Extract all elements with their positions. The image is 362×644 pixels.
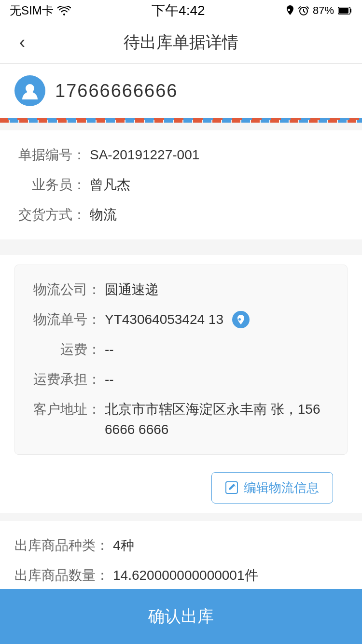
avatar [14,75,45,106]
svg-point-3 [26,84,34,93]
battery-icon [338,7,352,14]
edit-icon [225,481,239,495]
document-no-value: SA-20191227-001 [90,145,348,165]
delivery-method-label: 交货方式： [14,205,86,225]
edit-logistics-label: 编辑物流信息 [244,479,319,496]
alarm-status-icon [298,5,309,16]
phone-header: 17666666666 [0,64,362,120]
section-divider-2 [0,247,362,255]
edit-logistics-button[interactable]: 编辑物流信息 [211,472,333,504]
address-row: 客户地址： 北京市市辖区海淀区永丰南 张，156 6666 6666 [29,399,333,440]
goods-types-row: 出库商品种类： 4种 [14,535,348,556]
staff-row: 业务员： 曾凡杰 [14,175,348,195]
status-bar: 无SIM卡 下午4:42 87% [0,0,362,21]
goods-types-label: 出库商品种类： [14,535,109,556]
address-value: 北京市市辖区海淀区永丰南 张，156 6666 6666 [105,399,333,440]
status-left: 无SIM卡 [10,3,71,18]
tracking-no-value: YT43064053424 13 [105,309,333,330]
location-status-icon [286,5,294,16]
freight-label: 运费： [29,339,101,360]
confirm-button[interactable]: 确认出库 [0,599,362,634]
goods-quantity-label: 出库商品数量： [14,565,109,586]
goods-quantity-row: 出库商品数量： 14.620000000000001件 [14,565,348,586]
wifi-icon [57,6,71,15]
freight-bearer-value: -- [105,369,333,390]
status-right: 87% [286,4,352,17]
staff-label: 业务员： [14,175,86,195]
logistics-company-value: 圆通速递 [105,280,333,300]
delivery-method-row: 交货方式： 物流 [14,205,348,225]
section-divider-1 [0,123,362,130]
nav-bar: ‹ 待出库单据详情 [0,21,362,64]
carrier-text: 无SIM卡 [10,3,54,18]
freight-row: 运费： -- [29,339,333,360]
logistics-section: 物流公司： 圆通速递 物流单号： YT43064053424 13 运费： [14,265,348,455]
battery-percent: 87% [313,4,334,17]
logistics-company-label: 物流公司： [29,280,101,300]
page-title: 待出库单据详情 [124,31,238,54]
freight-bearer-row: 运费承担： -- [29,369,333,390]
tracking-no-label: 物流单号： [29,309,101,330]
status-time: 下午4:42 [152,1,205,20]
tracking-location-icon[interactable] [231,310,251,329]
customer-phone: 17666666666 [55,81,178,101]
order-info-section: 单据编号： SA-20191227-001 业务员： 曾凡杰 交货方式： 物流 [0,130,362,239]
tracking-no-row: 物流单号： YT43064053424 13 [29,309,333,330]
staff-value: 曾凡杰 [90,175,348,195]
goods-section: 出库商品种类： 4种 出库商品数量： 14.620000000000001件 [0,521,362,600]
address-label: 客户地址： [29,399,101,420]
section-divider-3 [0,513,362,521]
goods-quantity-value: 14.620000000000001件 [113,565,348,586]
freight-bearer-label: 运费承担： [29,369,101,390]
confirm-button-wrap: 确认出库 [0,589,362,644]
goods-types-value: 4种 [113,535,348,556]
tracking-no-text: YT43064053424 13 [105,309,223,330]
edit-button-row: 编辑物流信息 [14,462,348,513]
logistics-company-row: 物流公司： 圆通速递 [29,280,333,300]
delivery-method-value: 物流 [90,205,348,225]
svg-rect-2 [339,8,348,14]
document-no-row: 单据编号： SA-20191227-001 [14,145,348,165]
back-button[interactable]: ‹ [14,28,30,57]
document-no-label: 单据编号： [14,145,86,165]
freight-value: -- [105,339,333,360]
main-content: 17666666666 单据编号： SA-20191227-001 业务员： 曾… [0,64,362,644]
